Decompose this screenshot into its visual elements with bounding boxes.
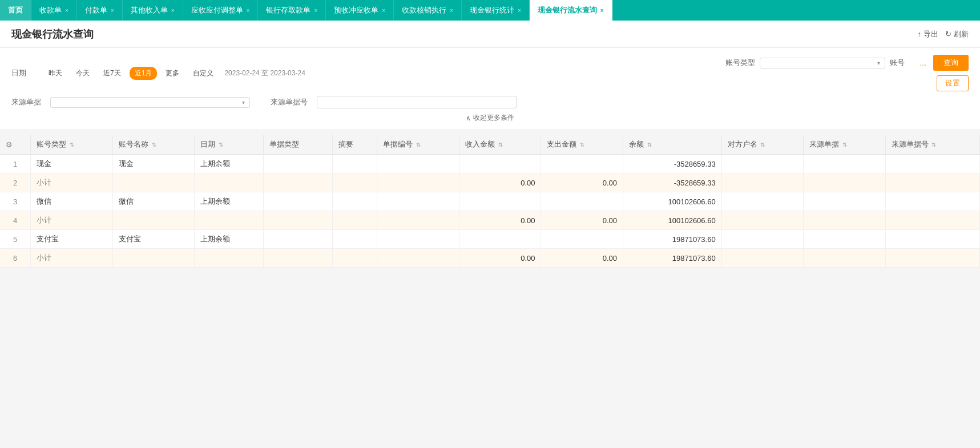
nav-item-receipt[interactable]: 收款单 × <box>31 0 77 21</box>
nav-item-prepay[interactable]: 预收冲应收单 × <box>326 0 394 21</box>
cell-row_num: 3 <box>0 192 31 211</box>
cell-source_doc_no <box>885 173 979 192</box>
filter-row-source: 来源单据 ▾ 来源单据号 <box>11 96 969 108</box>
date-btn-custom[interactable]: 自定义 <box>188 67 219 80</box>
date-btn-1month[interactable]: 近1月 <box>130 67 158 80</box>
cell-row_num: 4 <box>0 211 31 230</box>
date-btn-today[interactable]: 今天 <box>71 67 95 80</box>
export-button[interactable]: ↑ 导出 <box>918 29 939 39</box>
cell-source_doc <box>804 192 886 211</box>
cell-source_doc <box>804 211 886 230</box>
nav-close-other-income[interactable]: × <box>171 7 175 14</box>
th-summary[interactable]: 摘要 <box>333 135 377 155</box>
source-doc-select[interactable]: ▾ <box>50 97 250 108</box>
source-doc-label: 来源单据 <box>11 97 41 107</box>
cell-account_type: 小计 <box>31 211 113 230</box>
cell-balance: 100102606.60 <box>623 211 722 230</box>
cell-row_num: 5 <box>0 230 31 249</box>
nav-item-bank-deposit[interactable]: 银行存取款单 × <box>258 0 326 21</box>
date-range-display: 2023-02-24 至 2023-03-24 <box>224 68 305 78</box>
cell-counterparty <box>721 173 804 192</box>
query-button[interactable]: 查询 <box>933 55 969 71</box>
date-btn-7days[interactable]: 近7天 <box>98 67 126 80</box>
cell-account_type: 微信 <box>31 192 113 211</box>
cell-income <box>459 155 541 173</box>
refresh-button[interactable]: ↻ 刷新 <box>945 29 969 39</box>
nav-close-stats[interactable]: × <box>518 7 521 14</box>
cell-source_doc_no <box>885 230 979 249</box>
source-doc-no-label: 来源单据号 <box>271 97 308 107</box>
collapse-bar[interactable]: ∧ 收起更多条件 <box>11 113 969 123</box>
cell-income <box>459 230 541 249</box>
th-expense[interactable]: 支出金额 ⇅ <box>541 135 623 155</box>
date-btn-yesterday[interactable]: 昨天 <box>43 67 67 80</box>
nav-close-payment[interactable]: × <box>111 7 114 14</box>
nav-close-prepay[interactable]: × <box>382 7 385 14</box>
nav-close-adjustment[interactable]: × <box>247 7 250 14</box>
cell-doc_no <box>377 173 459 192</box>
cell-balance: 19871073.60 <box>623 249 722 268</box>
cell-account_type: 支付宝 <box>31 230 113 249</box>
nav-item-adjustment[interactable]: 应收应付调整单 × <box>183 0 259 21</box>
cell-source_doc <box>804 230 886 249</box>
th-account-name[interactable]: 账号名称 ⇅ <box>112 135 195 155</box>
cell-date <box>195 211 264 230</box>
nav-item-stats[interactable]: 现金银行统计 × <box>462 0 530 21</box>
nav-item-other-income[interactable]: 其他收入单 × <box>123 0 183 21</box>
nav-close-bank-deposit[interactable]: × <box>314 7 317 14</box>
cell-account_type: 现金 <box>31 155 113 173</box>
cell-row_num: 1 <box>0 155 31 173</box>
nav-item-verify[interactable]: 收款核销执行 × <box>394 0 462 21</box>
cell-summary <box>333 230 377 249</box>
th-account-type[interactable]: 账号类型 ⇅ <box>31 135 113 155</box>
cell-doc_type <box>264 211 333 230</box>
th-source-doc-no[interactable]: 来源单据号 ⇅ <box>885 135 979 155</box>
cell-doc_type <box>264 249 333 268</box>
th-doc-type[interactable]: 单据类型 <box>264 135 333 155</box>
cell-account_name: 现金 <box>112 155 195 173</box>
th-settings[interactable]: ⚙ <box>0 135 31 155</box>
cell-source_doc_no <box>885 192 979 211</box>
cell-account_type: 小计 <box>31 173 113 192</box>
cell-account_type: 小计 <box>31 249 113 268</box>
cell-doc_type <box>264 155 333 173</box>
cell-doc_type <box>264 230 333 249</box>
nav-item-payment[interactable]: 付款单 × <box>77 0 123 21</box>
cell-counterparty <box>721 155 804 173</box>
source-doc-no-input[interactable] <box>317 96 517 108</box>
cell-doc_type <box>264 192 333 211</box>
cell-income: 0.00 <box>459 249 541 268</box>
cell-expense: 0.00 <box>541 173 623 192</box>
cell-summary <box>333 192 377 211</box>
account-type-chevron-icon: ▾ <box>877 60 880 66</box>
date-btn-more[interactable]: 更多 <box>160 67 184 80</box>
nav-close-receipt[interactable]: × <box>65 7 68 14</box>
nav-item-cashflow[interactable]: 现金银行流水查询 × <box>530 0 612 21</box>
cell-account_name <box>112 211 195 230</box>
th-balance[interactable]: 余额 ⇅ <box>623 135 722 155</box>
th-date[interactable]: 日期 ⇅ <box>195 135 264 155</box>
nav-home[interactable]: 首页 <box>0 0 31 21</box>
cell-income <box>459 192 541 211</box>
cell-summary <box>333 249 377 268</box>
nav-close-verify[interactable]: × <box>450 7 453 14</box>
nav-close-cashflow[interactable]: × <box>600 7 604 14</box>
cell-summary <box>333 155 377 173</box>
cell-source_doc_no <box>885 211 979 230</box>
th-counterparty[interactable]: 对方户名 ⇅ <box>721 135 804 155</box>
cell-balance: -3528659.33 <box>623 173 722 192</box>
th-doc-no[interactable]: 单据编号 ⇅ <box>377 135 459 155</box>
cell-account_name: 微信 <box>112 192 195 211</box>
th-income[interactable]: 收入金额 ⇅ <box>459 135 541 155</box>
table-row: 1现金现金上期余额-3528659.33 <box>0 155 980 173</box>
th-source-doc[interactable]: 来源单据 ⇅ <box>804 135 886 155</box>
cell-date: 上期余额 <box>195 155 264 173</box>
table-header-row: ⚙ 账号类型 ⇅ 账号名称 ⇅ 日期 ⇅ 单据类型 摘要 单据编号 ⇅ 收入金额… <box>0 135 980 155</box>
header-actions: ↑ 导出 ↻ 刷新 <box>918 29 969 39</box>
cell-expense <box>541 155 623 173</box>
account-type-select[interactable]: ▾ <box>760 58 885 68</box>
account-ellipsis-button[interactable]: ... <box>917 58 929 67</box>
filter-row-date: 日期 昨天 今天 近7天 近1月 更多 自定义 2023-02-24 至 202… <box>11 55 969 91</box>
cell-source_doc <box>804 155 886 173</box>
settings-button[interactable]: 设置 <box>937 75 969 91</box>
